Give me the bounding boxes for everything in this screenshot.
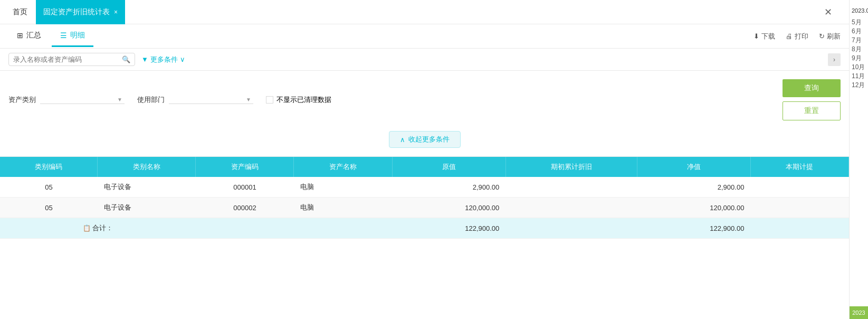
cell-category-name: 电子设备 <box>98 198 196 218</box>
col-category-code: 类别编码 <box>0 157 98 177</box>
tab-detail-label: 明细 <box>70 31 85 40</box>
cell-accumulated-depreciation <box>505 198 637 218</box>
collapse-label: 收起更多条件 <box>408 135 450 144</box>
summary-original-value: 122,900.00 <box>392 218 505 239</box>
table-row: 05 电子设备 000002 电脑 120,000.00 120,000.00 <box>0 198 849 218</box>
print-label: 打印 <box>795 32 808 41</box>
department-arrow-icon: ▼ <box>246 97 251 102</box>
cell-asset-name: 电脑 <box>294 198 392 218</box>
cell-asset-name: 电脑 <box>294 177 392 198</box>
table-row: 05 电子设备 000001 电脑 2,900.00 2,900.00 <box>0 177 849 198</box>
summary-asset-code <box>196 218 294 239</box>
tab-detail[interactable]: ☰ 明细 <box>52 26 93 47</box>
summary-label: 📋 合计： <box>0 218 196 239</box>
asset-category-select[interactable]: ▼ <box>40 96 125 104</box>
home-nav[interactable]: 首页 <box>8 7 32 17</box>
search-wrap: 🔍 <box>8 53 135 66</box>
asset-category-arrow-icon: ▼ <box>117 97 122 102</box>
cell-net-value: 2,900.00 <box>637 177 750 198</box>
chevron-down-icon: ∨ <box>180 55 185 63</box>
data-table-container: 类别编码 类别名称 资产编码 资产名称 原值 期初累计折旧 净值 本期计提 05… <box>0 157 849 319</box>
collapse-icon: ∧ <box>400 136 405 144</box>
cell-asset-code: 000002 <box>196 198 294 218</box>
col-accumulated-depreciation: 期初累计折旧 <box>505 157 637 177</box>
cell-category-name: 电子设备 <box>98 177 196 198</box>
download-icon: ⬇ <box>753 32 759 40</box>
hide-cleared-checkbox[interactable]: 不显示已清理数据 <box>266 95 331 105</box>
checkbox-box <box>266 96 273 104</box>
expand-panel-button[interactable]: › <box>828 53 841 66</box>
col-net-value: 净值 <box>637 157 750 177</box>
col-asset-code: 资产编码 <box>196 157 294 177</box>
cell-asset-code: 000001 <box>196 177 294 198</box>
sidebar-month-item[interactable]: 12月 <box>850 78 867 92</box>
cell-original-value: 2,900.00 <box>392 177 505 198</box>
collapse-more-button[interactable]: ∧ 收起更多条件 <box>389 131 461 148</box>
window-close-button[interactable]: ✕ <box>824 6 832 18</box>
summary-asset-name <box>294 218 392 239</box>
summary-current-period <box>750 218 848 239</box>
tab-close-icon[interactable]: × <box>114 8 118 16</box>
cell-accumulated-depreciation <box>505 177 637 198</box>
search-icon: 🔍 <box>122 55 130 63</box>
cell-current-period <box>750 177 848 198</box>
cell-category-code: 05 <box>0 198 98 218</box>
tab-label: 固定资产折旧统计表 <box>43 7 110 17</box>
department-label: 使用部门 <box>137 95 165 105</box>
print-button[interactable]: 🖨 打印 <box>786 32 808 41</box>
cell-category-code: 05 <box>0 177 98 198</box>
summary-row: 📋 合计： 122,900.00 122,900.00 <box>0 218 849 239</box>
col-category-name: 类别名称 <box>98 157 196 177</box>
filter-icon: ▼ <box>141 55 148 63</box>
detail-icon: ☰ <box>60 31 67 40</box>
active-tab[interactable]: 固定资产折旧统计表 × <box>36 0 125 24</box>
department-select[interactable]: ▼ <box>169 96 253 104</box>
summary-icon: ⊞ <box>17 31 23 40</box>
tab-summary-label: 汇总 <box>26 31 41 40</box>
tab-summary[interactable]: ⊞ 汇总 <box>8 26 50 47</box>
asset-category-label: 资产类别 <box>8 95 36 105</box>
summary-net-value: 122,900.00 <box>637 218 750 239</box>
more-filters-label: 更多条件 <box>150 55 178 64</box>
hide-cleared-label: 不显示已清理数据 <box>276 95 331 105</box>
data-table: 类别编码 类别名称 资产编码 资产名称 原值 期初累计折旧 净值 本期计提 05… <box>0 157 849 239</box>
search-input[interactable] <box>13 55 119 63</box>
cell-net-value: 120,000.00 <box>637 198 750 218</box>
chevron-right-icon: › <box>833 56 835 63</box>
col-current-period: 本期计提 <box>750 157 848 177</box>
cell-current-period <box>750 198 848 218</box>
col-original-value: 原值 <box>392 157 505 177</box>
cell-original-value: 120,000.00 <box>392 198 505 218</box>
refresh-icon: ↻ <box>819 32 825 40</box>
year-badge[interactable]: 2023 <box>850 306 868 319</box>
print-icon: 🖨 <box>786 32 793 40</box>
download-label: 下载 <box>761 32 775 41</box>
reset-button[interactable]: 重置 <box>783 101 841 120</box>
more-filters-button[interactable]: ▼ 更多条件 ∨ <box>141 55 185 64</box>
right-sidebar: 2023.01 5月6月7月8月9月10月11月12月 2023 <box>849 0 868 319</box>
summary-accumulated-depreciation <box>505 218 637 239</box>
download-button[interactable]: ⬇ 下载 <box>753 32 775 41</box>
refresh-button[interactable]: ↻ 刷新 <box>819 32 841 41</box>
refresh-label: 刷新 <box>827 32 841 41</box>
query-button[interactable]: 查询 <box>783 79 841 97</box>
col-asset-name: 资产名称 <box>294 157 392 177</box>
